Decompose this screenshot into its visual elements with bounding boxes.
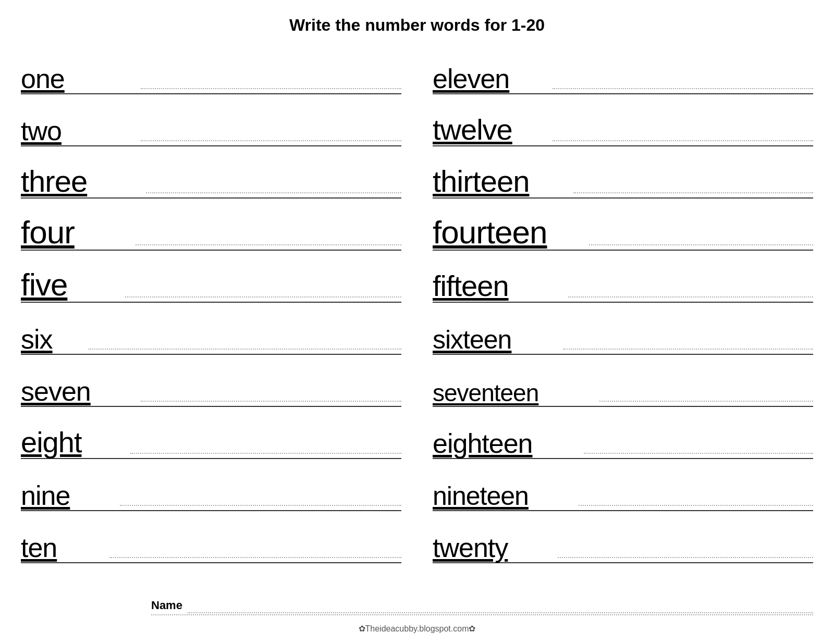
dotted-line	[109, 557, 401, 558]
dotted-line	[146, 192, 401, 193]
number-word-seven: seven	[21, 378, 136, 405]
write-area[interactable]	[136, 140, 401, 144]
name-line[interactable]	[188, 612, 813, 613]
write-area[interactable]	[568, 192, 813, 196]
footer-text: ✿Theideacubby.blogspot.com✿	[21, 624, 813, 634]
dotted-line	[125, 296, 401, 298]
number-row: seventeen	[433, 360, 813, 407]
number-row: fifteen	[433, 256, 813, 303]
number-row: four	[21, 204, 401, 251]
number-word-eleven: eleven	[433, 65, 547, 92]
dotted-line	[141, 88, 401, 89]
number-row: seven	[21, 360, 401, 407]
number-row: sixteen	[433, 308, 813, 355]
number-word-thirteen: thirteen	[433, 166, 568, 196]
write-area[interactable]	[141, 192, 401, 196]
write-area[interactable]	[573, 505, 813, 509]
dotted-line	[573, 192, 813, 193]
number-word-nineteen: nineteen	[433, 483, 573, 509]
number-row: eight	[21, 412, 401, 459]
dotted-line	[599, 401, 813, 402]
number-word-six: six	[21, 326, 83, 353]
page-title: Write the number words for 1-20	[289, 16, 545, 35]
columns-container: onetwothreefourfivesixseveneightnineten …	[21, 47, 813, 568]
number-word-ten: ten	[21, 534, 104, 561]
write-area[interactable]	[594, 401, 813, 405]
number-word-three: three	[21, 166, 141, 196]
left-column: onetwothreefourfivesixseveneightnineten	[21, 47, 401, 568]
number-word-fifteen: fifteen	[433, 271, 563, 301]
dotted-line	[568, 296, 813, 298]
number-row: ten	[21, 516, 401, 563]
number-word-one: one	[21, 65, 136, 92]
dotted-line	[584, 453, 813, 454]
dotted-line	[558, 557, 813, 558]
dotted-line	[130, 453, 401, 454]
dotted-line	[553, 140, 813, 141]
number-word-sixteen: sixteen	[433, 327, 558, 353]
number-word-twenty: twenty	[433, 534, 553, 561]
number-row: three	[21, 152, 401, 199]
write-area[interactable]	[130, 244, 401, 249]
number-row: thirteen	[433, 152, 813, 199]
write-area[interactable]	[120, 296, 401, 301]
right-column: eleventwelvethirteenfourteenfifteensixte…	[433, 47, 813, 568]
bottom-section: Name ✿Theideacubby.blogspot.com✿	[21, 599, 813, 634]
worksheet: onetwothreefourfivesixseveneightnineten …	[21, 47, 813, 588]
number-row: eighteen	[433, 412, 813, 459]
write-area[interactable]	[136, 401, 401, 405]
write-area[interactable]	[115, 505, 401, 509]
write-area[interactable]	[563, 296, 813, 301]
write-area[interactable]	[553, 557, 813, 561]
write-area[interactable]	[547, 88, 813, 92]
write-area[interactable]	[136, 88, 401, 92]
number-word-fourteen: fourteen	[433, 216, 584, 249]
number-row: eleven	[433, 47, 813, 94]
number-row: fourteen	[433, 204, 813, 251]
write-area[interactable]	[104, 557, 401, 561]
number-word-five: five	[21, 269, 120, 301]
number-row: five	[21, 256, 401, 303]
write-area[interactable]	[547, 140, 813, 144]
number-word-eighteen: eighteen	[433, 430, 579, 457]
write-area[interactable]	[125, 453, 401, 457]
dotted-line	[579, 505, 813, 506]
number-row: nineteen	[433, 464, 813, 511]
number-word-four: four	[21, 216, 130, 249]
number-word-eight: eight	[21, 428, 125, 457]
number-word-seventeen: seventeen	[433, 381, 594, 405]
number-word-nine: nine	[21, 482, 115, 509]
dotted-line	[141, 140, 401, 141]
number-row: twelve	[433, 100, 813, 146]
write-area[interactable]	[584, 244, 813, 249]
number-row: one	[21, 47, 401, 94]
name-row: Name	[151, 599, 813, 615]
write-area[interactable]	[579, 453, 813, 457]
number-row: six	[21, 308, 401, 355]
number-word-two: two	[21, 117, 136, 144]
dotted-line	[141, 401, 401, 402]
number-row: nine	[21, 464, 401, 511]
dotted-line	[136, 244, 401, 245]
number-row: twenty	[433, 516, 813, 563]
dotted-line	[563, 349, 813, 350]
number-row: two	[21, 100, 401, 146]
dotted-line	[120, 505, 401, 506]
dotted-line	[89, 349, 401, 350]
number-word-twelve: twelve	[433, 115, 547, 144]
write-area[interactable]	[83, 349, 401, 353]
write-area[interactable]	[558, 349, 813, 353]
name-label: Name	[151, 599, 182, 613]
dotted-line	[553, 88, 813, 89]
dotted-line	[589, 244, 813, 245]
